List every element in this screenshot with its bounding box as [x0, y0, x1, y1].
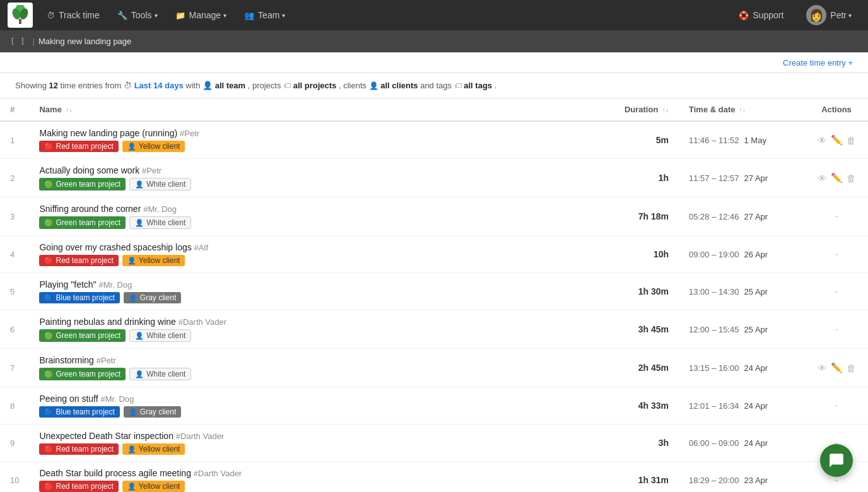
entry-name-text: Unexpected Death Star inspection — [39, 431, 173, 441]
edit-icon[interactable]: ✏️ — [831, 362, 843, 373]
nav-team[interactable]: 👥 Team ▾ — [235, 0, 294, 30]
action-dash: - — [835, 286, 838, 296]
nav-support[interactable]: 🛟 Support — [730, 0, 792, 30]
project-tag: 🟢Green team project — [39, 178, 126, 190]
create-entry-bar: Create time entry + — [0, 52, 868, 73]
nav-track-time[interactable]: ⏱ Track time — [38, 0, 108, 30]
nav-tools[interactable]: 🔧 Tools ▾ — [108, 0, 167, 30]
date-val: 24 Apr — [744, 438, 768, 448]
col-header-name[interactable]: Name ↑↓ — [29, 98, 603, 121]
project-tag: 🔵Blue team project — [39, 406, 119, 418]
tags-row: 🟢Green team project👤White client — [39, 368, 593, 380]
row-number: 2 — [0, 159, 29, 197]
client-label: Yellow client — [139, 256, 180, 265]
client-icon: 👤 — [135, 370, 144, 378]
action-icons: 👁 ✏️ 🗑 — [815, 362, 858, 373]
col-header-duration[interactable]: Duration ↑↓ — [603, 98, 679, 121]
client-tag: 👤Gray client — [124, 406, 181, 418]
client-tag: 👤Yellow client — [122, 443, 185, 455]
time-range: 06:00 – 09:00 — [689, 438, 739, 448]
client-icon: 👤 — [135, 219, 144, 227]
row-number: 3 — [0, 197, 29, 236]
entry-name-text: Brainstorming — [39, 355, 93, 365]
row-timedate: 11:57 – 12:5727 Apr — [679, 159, 805, 197]
client-tag: 👤White client — [129, 329, 191, 342]
client-label: Yellow client — [139, 142, 180, 151]
user-chevron-icon: ▾ — [848, 12, 852, 19]
row-number: 7 — [0, 349, 29, 387]
summary-tags: all tags — [464, 81, 492, 90]
row-name: Death Star build process agile meeting #… — [29, 462, 603, 493]
col-header-timedate[interactable]: Time & date ↑↓ — [679, 98, 805, 121]
project-tag: 🟢Green team project — [39, 368, 126, 380]
manage-chevron-icon: ▾ — [223, 12, 226, 19]
entry-user: #Darth Vader — [179, 317, 226, 327]
time-range: 18:29 – 20:00 — [689, 476, 739, 485]
entry-title: Unexpected Death Star inspection #Darth … — [39, 431, 593, 441]
navbar: ⏱ Track time 🔧 Tools ▾ 📁 Manage ▾ 👥 Team… — [0, 0, 868, 30]
app-logo[interactable] — [8, 3, 33, 28]
project-icon: 🔵 — [44, 294, 53, 302]
entry-user: #Mr. Dog — [143, 204, 177, 214]
nav-user[interactable]: 👩 Petr ▾ — [792, 0, 860, 30]
view-icon[interactable]: 👁 — [818, 135, 827, 146]
entry-name-text: Actually doing some work — [39, 165, 139, 175]
client-label: Gray client — [140, 407, 176, 416]
breadcrumb-bar: [ ] | Making new landing page — [0, 30, 868, 52]
entry-user: #Petr — [142, 166, 161, 175]
project-label: Green team project — [56, 180, 120, 189]
row-number: 8 — [0, 387, 29, 425]
entry-name-text: Death Star build process agile meeting — [39, 468, 191, 478]
delete-icon[interactable]: 🗑 — [847, 363, 856, 373]
delete-icon[interactable]: 🗑 — [847, 135, 856, 146]
time-entries-table-container: # Name ↑↓ Duration ↑↓ Time & date ↑↓ Act… — [0, 98, 868, 492]
edit-icon[interactable]: ✏️ — [831, 172, 843, 184]
edit-icon[interactable]: ✏️ — [831, 134, 843, 146]
chat-bubble[interactable] — [820, 444, 853, 477]
nav-manage[interactable]: 📁 Manage ▾ — [167, 0, 236, 30]
time-range: 05:28 – 12:46 — [689, 212, 739, 221]
row-number: 6 — [0, 310, 29, 349]
client-label: White client — [146, 370, 185, 378]
summary-clients-icon: 👤 — [369, 81, 378, 90]
entry-title: Painting nebulas and drinking wine #Dart… — [39, 317, 593, 327]
project-label: Green team project — [56, 218, 120, 227]
row-name: Actually doing some work #Petr🟢Green tea… — [29, 159, 603, 197]
table-row: 4Going over my crashed spaceship logs #A… — [0, 236, 868, 273]
client-tag: 👤Yellow client — [122, 481, 185, 492]
time-range: 12:00 – 15:45 — [689, 325, 739, 334]
nav-right: 🛟 Support 👩 Petr ▾ — [730, 0, 860, 30]
entry-title: Death Star build process agile meeting #… — [39, 468, 593, 478]
row-duration: 3h 45m — [603, 310, 679, 349]
project-label: Green team project — [56, 370, 120, 378]
summary-middle: time entries from — [61, 81, 124, 90]
view-icon[interactable]: 👁 — [818, 363, 827, 373]
create-time-entry-link[interactable]: Create time entry + — [783, 58, 853, 67]
row-timedate: 12:00 – 15:4525 Apr — [679, 310, 805, 349]
delete-icon[interactable]: 🗑 — [847, 173, 856, 184]
row-actions: - — [805, 236, 868, 273]
project-icon: 🔵 — [44, 408, 53, 416]
svg-rect-3 — [19, 19, 21, 24]
row-number: 5 — [0, 273, 29, 310]
client-icon: 👤 — [135, 180, 144, 189]
row-timedate: 09:00 – 19:0026 Apr — [679, 236, 805, 273]
time-range: 13:15 – 16:00 — [689, 363, 739, 373]
breadcrumb-brackets: [ ] — [10, 37, 25, 46]
table-row: 8Peeing on stuff #Mr. Dog🔵Blue team proj… — [0, 387, 868, 425]
clock-icon: ⏱ — [47, 11, 55, 20]
row-name: Peeing on stuff #Mr. Dog🔵Blue team proje… — [29, 387, 603, 425]
view-icon[interactable]: 👁 — [818, 173, 827, 184]
action-dash: - — [835, 211, 838, 221]
summary-team: all team — [215, 81, 245, 90]
row-duration: 1h — [603, 159, 679, 197]
project-label: Red team project — [56, 142, 113, 151]
row-duration: 10h — [603, 236, 679, 273]
summary-projects-icon: 🏷 — [283, 81, 291, 90]
duration-sort-icon: ↑↓ — [662, 107, 669, 114]
entry-name-text: Painting nebulas and drinking wine — [39, 317, 175, 327]
row-name: Making new landing page (running) #Petr🔴… — [29, 121, 603, 159]
client-icon: 👤 — [129, 294, 138, 302]
summary-tags-prefix: and tags — [420, 81, 454, 90]
wrench-icon: 🔧 — [117, 11, 127, 20]
